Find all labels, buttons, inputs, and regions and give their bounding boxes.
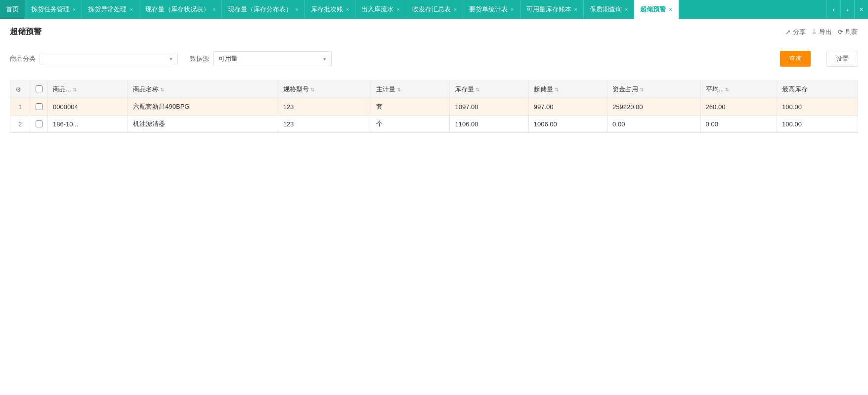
nav-overstock[interactable]: 超储预警 ×	[634, 0, 678, 19]
cell-spec: 123	[278, 98, 371, 116]
query-button[interactable]: 查询	[780, 51, 811, 67]
cell-overstock: 997.00	[528, 98, 607, 116]
row-number: 1	[10, 98, 30, 116]
nav-close-avail-ledger[interactable]: ×	[574, 6, 577, 12]
th-avg: 平均... ⇅	[700, 81, 777, 98]
cell-overstock: 1006.00	[528, 116, 607, 133]
nav-arrows: ‹ › ×	[826, 0, 868, 19]
datasource-label: 数据源	[190, 54, 209, 63]
row-checkbox-cell	[30, 116, 48, 133]
row-number: 2	[10, 116, 30, 133]
gear-icon[interactable]: ⚙	[15, 86, 21, 93]
nav-close-overstock[interactable]: ×	[669, 6, 672, 12]
nav-pick-exception[interactable]: 拣货异常处理 ×	[82, 0, 139, 19]
cell-capital: 0.00	[608, 116, 701, 133]
nav-inout-flow[interactable]: 出入库流水 ×	[355, 0, 406, 19]
sort-icon-product-name: ⇅	[160, 87, 164, 92]
nav-close-all[interactable]: ×	[854, 0, 868, 19]
nav-pick-task[interactable]: 拣货任务管理 ×	[25, 0, 82, 19]
sort-icon-spec: ⇅	[310, 87, 314, 92]
cell-product-name: 六配套新昌490BPG	[128, 98, 278, 116]
cell-stock: 1106.00	[450, 116, 528, 133]
nav-close-inout-flow[interactable]: ×	[396, 6, 399, 12]
page-title: 超储预警	[10, 27, 42, 37]
cell-product-name: 机油滤清器	[128, 116, 278, 133]
th-max-stock: 最高库存	[777, 81, 858, 98]
datasource-filter: 数据源 可用量 ▾	[190, 51, 332, 66]
table-row: 2 186-10... 机油滤清器 123 个 1106.00 1006.00 …	[10, 116, 858, 133]
nav-expiry[interactable]: 保质期查询 ×	[584, 0, 634, 19]
category-label: 商品分类	[10, 54, 36, 63]
refresh-button[interactable]: ⟳ 刷新	[838, 28, 858, 37]
th-product-name: 商品名称 ⇅	[128, 81, 278, 98]
page-header: 超储预警 ➚ 分享 ⇩ 导出 ⟳ 刷新	[10, 27, 858, 37]
export-icon: ⇩	[812, 28, 817, 36]
cell-avg: 0.00	[700, 116, 777, 133]
category-select[interactable]: ▾	[40, 53, 178, 65]
cell-avg: 260.00	[700, 98, 777, 116]
th-stock: 库存量 ⇅	[450, 81, 528, 98]
cell-max-stock: 100.00	[777, 116, 858, 133]
category-filter: 商品分类 ▾	[10, 53, 178, 65]
nav-avail-ledger[interactable]: 可用量库存账本 ×	[521, 0, 584, 19]
th-product-code: 商品... ⇅	[48, 81, 128, 98]
settings-button[interactable]: 设置	[826, 51, 858, 67]
cell-unit: 个	[371, 116, 450, 133]
nav-close-expiry[interactable]: ×	[625, 6, 628, 12]
select-all-checkbox[interactable]	[36, 85, 43, 92]
nav-stock-dist[interactable]: 现存量（库存分布表） ×	[222, 0, 304, 19]
row-checkbox-0[interactable]	[36, 103, 43, 110]
category-chevron-icon: ▾	[170, 56, 173, 62]
share-button[interactable]: ➚ 分享	[785, 28, 806, 37]
sort-icon-unit: ⇅	[397, 87, 401, 92]
row-checkbox-1[interactable]	[36, 120, 43, 127]
data-table: ⚙ 商品... ⇅ 商品名称 ⇅	[10, 80, 858, 133]
nav-next-arrow[interactable]: ›	[840, 0, 854, 19]
nav-close-pick-exception[interactable]: ×	[130, 6, 132, 12]
nav-batch[interactable]: 库存批次账 ×	[305, 0, 355, 19]
top-nav: 首页 拣货任务管理 × 拣货异常处理 × 现存量（库存状况表） × 现存量（库存…	[0, 0, 868, 19]
cell-stock: 1097.00	[450, 98, 528, 116]
sort-icon-capital: ⇅	[640, 87, 644, 92]
nav-recv-summary[interactable]: 收发存汇总表 ×	[406, 0, 463, 19]
sort-icon-product-code: ⇅	[73, 87, 77, 92]
th-overstock: 超储量 ⇅	[528, 81, 607, 98]
sort-icon-overstock: ⇅	[555, 87, 559, 92]
th-gear[interactable]: ⚙	[10, 81, 30, 98]
refresh-icon: ⟳	[838, 28, 843, 36]
datasource-select[interactable]: 可用量 ▾	[213, 51, 332, 66]
cell-spec: 123	[278, 116, 371, 133]
th-unit: 主计量 ⇅	[371, 81, 450, 98]
th-spec: 规格型号 ⇅	[278, 81, 371, 98]
cell-capital: 259220.00	[608, 98, 701, 116]
nav-order-stat[interactable]: 要货单统计表 ×	[463, 0, 520, 19]
export-button[interactable]: ⇩ 导出	[812, 28, 832, 37]
nav-close-stock-status[interactable]: ×	[213, 6, 216, 12]
nav-home[interactable]: 首页	[0, 0, 25, 19]
sort-icon-avg: ⇅	[725, 87, 729, 92]
nav-close-order-stat[interactable]: ×	[511, 6, 514, 12]
nav-close-stock-dist[interactable]: ×	[295, 6, 298, 12]
cell-max-stock: 100.00	[777, 98, 858, 116]
cell-product-code: 0000004	[48, 98, 128, 116]
nav-close-recv-summary[interactable]: ×	[454, 6, 457, 12]
cell-unit: 套	[371, 98, 450, 116]
nav-prev-arrow[interactable]: ‹	[826, 0, 840, 19]
nav-close-batch[interactable]: ×	[346, 6, 349, 12]
nav-close-pick-task[interactable]: ×	[73, 6, 76, 12]
th-checkbox	[30, 81, 48, 98]
datasource-chevron-icon: ▾	[323, 56, 326, 62]
th-capital: 资金占用 ⇅	[608, 81, 701, 98]
page-content: 超储预警 ➚ 分享 ⇩ 导出 ⟳ 刷新 商品分类 ▾ 数据源	[0, 19, 868, 395]
share-icon: ➚	[785, 28, 791, 36]
filter-row: 商品分类 ▾ 数据源 可用量 ▾ 查询 设置	[10, 45, 858, 73]
cell-product-code: 186-10...	[48, 116, 128, 133]
sort-icon-stock: ⇅	[476, 87, 479, 92]
datasource-value: 可用量	[218, 54, 238, 63]
row-checkbox-cell	[30, 98, 48, 116]
table-row: 1 0000004 六配套新昌490BPG 123 套 1097.00 997.…	[10, 98, 858, 116]
header-actions: ➚ 分享 ⇩ 导出 ⟳ 刷新	[785, 28, 858, 37]
nav-stock-status[interactable]: 现存量（库存状况表） ×	[139, 0, 222, 19]
